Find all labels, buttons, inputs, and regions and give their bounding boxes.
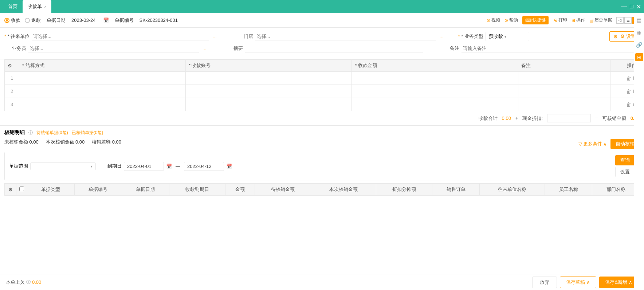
number-label: 单据编号 bbox=[115, 17, 134, 24]
form-area: * 往来单位 ··· 门店 ··· * 业务类型 预收款 ▾ ⚙ ⚙ 设置 bbox=[0, 28, 644, 59]
footer-spacer bbox=[0, 199, 644, 218]
pending-tab[interactable]: 待核销单据(0笔) bbox=[36, 130, 68, 136]
summary-row: 收款合计 0.00 + 现金折扣: = 可核销金额 0.00 bbox=[0, 111, 644, 126]
row-1-account[interactable] bbox=[185, 72, 352, 85]
select-all-checkbox[interactable] bbox=[19, 187, 24, 191]
window-minimize-icon[interactable]: — bbox=[621, 3, 627, 10]
more-conditions-label: 更多条件 bbox=[583, 141, 602, 147]
th-amount: * 收款金额 bbox=[352, 60, 518, 72]
bth-checkbox[interactable] bbox=[16, 184, 27, 196]
table-row: 3 🗑 ⧉ bbox=[5, 98, 640, 111]
home-label: 首页 bbox=[8, 3, 17, 10]
row-num-3: 3 bbox=[5, 98, 19, 111]
save-draft-button[interactable]: 保存草稿 ∧ bbox=[560, 277, 596, 288]
remark-input[interactable] bbox=[462, 44, 640, 52]
calendar-icon[interactable]: 📅 bbox=[103, 17, 109, 23]
nav-tab-home[interactable]: 首页 bbox=[3, 0, 23, 13]
history-btn[interactable]: ▤ 历史单据 bbox=[589, 17, 612, 23]
date-to-input[interactable] bbox=[184, 162, 224, 171]
window-close-icon[interactable]: ✕ bbox=[636, 3, 641, 10]
print-btn[interactable]: 🖨 打印 bbox=[553, 17, 567, 23]
filter-icon: ▽ bbox=[578, 141, 582, 147]
range-select[interactable]: ▾ bbox=[30, 162, 96, 170]
sidebar-table-icon[interactable]: ▤ bbox=[635, 16, 643, 24]
delete-icon-row3[interactable]: 🗑 bbox=[626, 102, 631, 107]
bth-doc-type: 单据类型 bbox=[27, 184, 75, 196]
th-settle-method: * 结算方式 bbox=[19, 60, 186, 72]
help-btn[interactable]: ⊙ 帮助 bbox=[504, 17, 518, 23]
receipt-table: ⚙ * 结算方式 * 收款账号 * 收款金额 备注 操作 bbox=[4, 59, 640, 111]
salesperson-more-icon[interactable]: ··· bbox=[203, 46, 207, 51]
sidebar-link-icon[interactable]: 🔗 bbox=[635, 41, 643, 49]
bottom-table-wrapper: ⚙ 单据类型 单据编号 单据日期 bbox=[4, 183, 640, 196]
verif-setting-button[interactable]: 设置 bbox=[615, 167, 635, 177]
row-3-amount[interactable] bbox=[352, 98, 518, 111]
chevron-up-icon: ∧ bbox=[603, 141, 607, 147]
completed-tab[interactable]: 已核销单据(0笔) bbox=[72, 130, 103, 136]
row-3-remark[interactable] bbox=[518, 98, 610, 111]
more-conditions-btn[interactable]: ▽ 更多条件 ∧ bbox=[578, 141, 607, 147]
video-btn[interactable]: ⊙ 视频 bbox=[487, 17, 500, 23]
range-field: 单据范围 ▾ bbox=[9, 162, 96, 170]
carry-forward-info-icon[interactable]: ⓘ bbox=[26, 279, 31, 285]
store-more-icon[interactable]: ··· bbox=[440, 34, 444, 39]
window-restore-icon[interactable]: □ bbox=[630, 3, 633, 10]
th-account-label: * 收款账号 bbox=[189, 63, 211, 68]
shortcut-label: 快捷键 bbox=[533, 17, 546, 23]
right-sidebar: ▤ ▦ 🔗 ⊞ bbox=[634, 13, 644, 290]
bth-dept: 部门名称 bbox=[592, 184, 640, 196]
verif-action-group: ▽ 更多条件 ∧ 自动核销 bbox=[578, 139, 640, 149]
query-label: 查询 bbox=[620, 157, 630, 163]
bottom-gear-icon: ⚙ bbox=[8, 187, 13, 192]
delete-icon-row1[interactable]: 🗑 bbox=[626, 75, 631, 81]
from-unit-more-icon[interactable]: ··· bbox=[213, 34, 217, 39]
bth-gear[interactable]: ⚙ bbox=[5, 184, 16, 196]
row-3-account[interactable] bbox=[185, 98, 352, 111]
row-1-settle[interactable] bbox=[19, 72, 186, 85]
discount-input[interactable] bbox=[547, 114, 591, 122]
summary-input[interactable] bbox=[245, 44, 423, 52]
close-tab-icon[interactable]: × bbox=[44, 4, 46, 9]
th-gear[interactable]: ⚙ bbox=[5, 60, 19, 72]
save-new-button[interactable]: 保存&新增 ∧ bbox=[599, 277, 638, 288]
date-label: 单据日期 bbox=[47, 17, 66, 24]
shortcut-btn[interactable]: ⌨ 快捷键 bbox=[522, 16, 549, 24]
help-label: 帮助 bbox=[509, 17, 518, 23]
operation-btn[interactable]: ⊞ 操作 bbox=[572, 17, 585, 23]
row-1-amount[interactable] bbox=[352, 72, 518, 85]
radio-refund-dot bbox=[25, 18, 30, 23]
radio-refund[interactable]: 退款 bbox=[25, 17, 41, 24]
calendar-from-icon[interactable]: 📅 bbox=[166, 164, 172, 169]
row-1-remark[interactable] bbox=[518, 72, 610, 85]
bth-unit-name: 往来单位名称 bbox=[480, 184, 545, 196]
salesperson-label: 业务员 bbox=[4, 45, 26, 52]
abandon-button[interactable]: 放弃 bbox=[532, 277, 557, 288]
row-2-account[interactable] bbox=[185, 85, 352, 98]
nav-tab-receipt[interactable]: 收款单 × bbox=[23, 0, 51, 13]
row-2-amount[interactable] bbox=[352, 85, 518, 98]
sidebar-grid-icon[interactable]: ▦ bbox=[635, 28, 643, 36]
bottom-table: ⚙ 单据类型 单据编号 单据日期 bbox=[4, 183, 640, 196]
shortcut-icon: ⌨ bbox=[525, 18, 531, 23]
bth-doc-date: 单据日期 bbox=[122, 184, 169, 196]
calendar-to-icon[interactable]: 📅 bbox=[226, 164, 232, 169]
row-3-settle[interactable] bbox=[19, 98, 186, 111]
layout-btn-left[interactable]: ◁ bbox=[616, 17, 624, 24]
from-unit-input[interactable] bbox=[32, 32, 209, 40]
row-2-remark[interactable] bbox=[518, 85, 610, 98]
radio-receipt[interactable]: 收款 bbox=[4, 17, 20, 24]
layout-btn-list[interactable]: ☰ bbox=[624, 17, 632, 24]
query-button[interactable]: 查询 bbox=[615, 155, 635, 165]
salesperson-input[interactable] bbox=[28, 44, 199, 52]
auto-verif-label: 自动核销 bbox=[616, 141, 635, 146]
verif-info-icon[interactable]: ⓘ bbox=[28, 130, 33, 136]
date-from-input[interactable] bbox=[124, 162, 164, 171]
bth-discount: 折扣分摊额 bbox=[376, 184, 432, 196]
video-label: 视频 bbox=[491, 17, 500, 23]
row-2-settle[interactable] bbox=[19, 85, 186, 98]
store-input[interactable] bbox=[255, 32, 436, 40]
biz-type-dropdown[interactable]: 预收款 ▾ bbox=[486, 32, 529, 41]
sidebar-expand-icon[interactable]: ⊞ bbox=[635, 53, 643, 61]
toolbar-right: ⊙ 视频 ⊙ 帮助 ⌨ 快捷键 🖨 打印 ⊞ 操作 ▤ 历史单据 bbox=[487, 16, 640, 24]
delete-icon-row2[interactable]: 🗑 bbox=[626, 89, 631, 94]
